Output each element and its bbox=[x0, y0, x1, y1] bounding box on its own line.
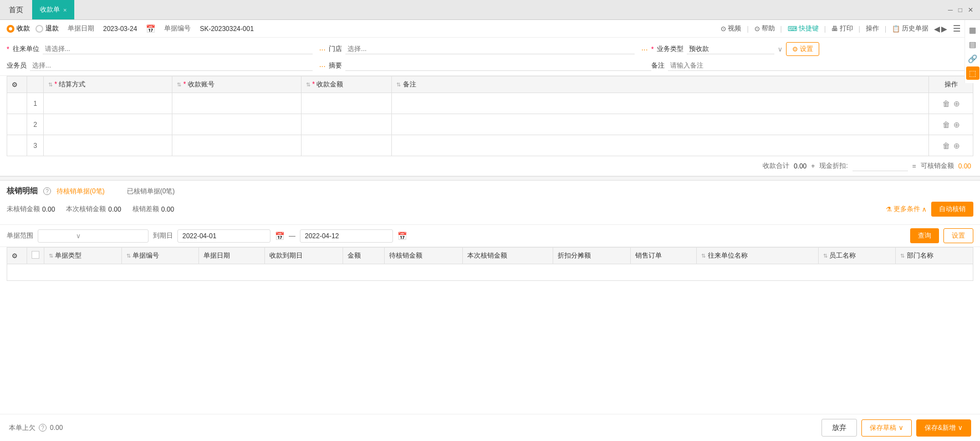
settings-label: 设置 bbox=[800, 44, 813, 54]
staff-more-btn[interactable]: ··· bbox=[316, 61, 329, 70]
delete-icon-1[interactable]: 🗑 bbox=[942, 99, 950, 108]
sidebar-icon-1[interactable]: ▦ bbox=[966, 23, 979, 37]
prev-arrow[interactable]: ◀ bbox=[934, 24, 940, 33]
shortcut-btn[interactable]: ⌨ 快捷键 bbox=[788, 24, 819, 33]
operation-btn[interactable]: 操作 bbox=[866, 24, 879, 33]
row-gear-1 bbox=[7, 93, 27, 114]
tab-active[interactable]: 收款单 × bbox=[32, 0, 74, 19]
partner-label: 往来单位 bbox=[13, 44, 39, 54]
bottom-col-settings[interactable]: ⚙ bbox=[7, 248, 27, 264]
save-new-btn[interactable]: 保存&新增 ∨ bbox=[916, 419, 971, 437]
completed-tab-link[interactable]: 已核销单据(0笔) bbox=[127, 187, 175, 196]
note-input[interactable] bbox=[668, 60, 973, 71]
print-btn[interactable]: 🖶 打印 bbox=[831, 24, 853, 33]
range-select[interactable]: ∨ bbox=[38, 229, 149, 243]
save-draft-btn[interactable]: 保存草稿 ∨ bbox=[861, 419, 912, 437]
sort-icon-4: ⇅ bbox=[396, 81, 401, 88]
bottom-col-sales-order: 销售订单 bbox=[631, 248, 697, 264]
window-controls: ─ □ ✕ bbox=[948, 6, 980, 14]
bottom-col-dept: ⇅ 部门名称 bbox=[896, 248, 973, 264]
settings-icon: ⚙ bbox=[792, 45, 798, 53]
shortcut-label: 快捷键 bbox=[799, 24, 819, 33]
sidebar-icon-4[interactable]: ⬚ bbox=[966, 66, 979, 80]
business-type-input[interactable] bbox=[687, 44, 774, 54]
copy-icon-2[interactable]: ⊕ bbox=[953, 120, 960, 129]
col-row-num bbox=[27, 76, 44, 93]
toolbar-right: ⊙ 视频 | ⊙ 帮助 | ⌨ 快捷键 | 🖶 打印 | 操作 | bbox=[721, 23, 973, 34]
bottom-table: ⚙ ⇅ 单据类型 ⇅ 单据编号 单据日期 收款到期日 金额 待核销 bbox=[7, 247, 973, 281]
business-type-arrow[interactable]: ∨ bbox=[778, 45, 783, 53]
row-num-3: 3 bbox=[27, 135, 44, 156]
calendar-from-icon[interactable]: 📅 bbox=[275, 232, 284, 240]
history-icon: 📋 bbox=[892, 25, 900, 33]
business-type-settings-btn[interactable]: ⚙ 设置 bbox=[786, 42, 819, 56]
nav-arrows: ◀ ▶ bbox=[934, 24, 947, 33]
range-settings-btn[interactable]: 设置 bbox=[943, 228, 973, 243]
abandon-btn[interactable]: 放弃 bbox=[821, 419, 857, 437]
more-conditions-btn[interactable]: ⚗ 更多条件 ∧ bbox=[886, 204, 927, 214]
table-header-row: ⚙ ⇅ * 结算方式 ⇅ * 收款账号 ⇅ * 收款 bbox=[7, 76, 973, 93]
query-btn[interactable]: 查询 bbox=[910, 228, 939, 243]
copy-icon-1[interactable]: ⊕ bbox=[953, 99, 960, 108]
radio-refund[interactable]: 退款 bbox=[35, 24, 59, 33]
video-btn[interactable]: ⊙ 视频 bbox=[721, 24, 741, 33]
calendar-to-icon[interactable]: 📅 bbox=[397, 232, 407, 240]
minimize-icon[interactable]: ─ bbox=[948, 6, 953, 14]
row-account-1[interactable] bbox=[172, 93, 301, 114]
partner-input[interactable] bbox=[43, 44, 313, 54]
tab-home[interactable]: 首页 bbox=[0, 0, 32, 19]
info-icon-footer[interactable]: ? bbox=[39, 424, 47, 432]
note-label: 备注 bbox=[651, 61, 665, 70]
info-icon[interactable]: ? bbox=[43, 187, 51, 195]
select-all-checkbox[interactable] bbox=[32, 251, 39, 259]
row-payment-3[interactable] bbox=[44, 135, 172, 156]
row-amount-3[interactable] bbox=[301, 135, 391, 156]
row-amount-1[interactable] bbox=[301, 93, 391, 114]
row-account-2[interactable] bbox=[172, 114, 301, 135]
row-note-3[interactable] bbox=[392, 135, 929, 156]
sidebar-icon-2[interactable]: ▤ bbox=[966, 38, 979, 51]
row-num-1: 1 bbox=[27, 93, 44, 114]
pending-tab-link[interactable]: 待核销单据(0笔) bbox=[57, 187, 105, 196]
date-from-input[interactable] bbox=[177, 229, 270, 243]
date-separator: — bbox=[289, 232, 295, 240]
auto-verify-btn[interactable]: 自动核销 bbox=[931, 202, 973, 217]
shortcut-icon: ⌨ bbox=[788, 25, 797, 33]
more-conditions-label: 更多条件 bbox=[894, 204, 920, 214]
print-icon: 🖶 bbox=[831, 25, 838, 33]
sidebar-icon-3[interactable]: 🔗 bbox=[966, 52, 979, 65]
diff-stat: 核销差额 0.00 bbox=[132, 204, 174, 214]
maximize-icon[interactable]: □ bbox=[958, 6, 962, 14]
row-payment-2[interactable] bbox=[44, 114, 172, 135]
date-to-input[interactable] bbox=[300, 229, 393, 243]
next-arrow[interactable]: ▶ bbox=[941, 24, 947, 33]
list-view-icon[interactable]: ☰ bbox=[953, 23, 961, 34]
row-payment-1[interactable] bbox=[44, 93, 172, 114]
store-input[interactable] bbox=[345, 44, 635, 54]
history-btn[interactable]: 📋 历史单据 bbox=[892, 24, 928, 33]
row-account-3[interactable] bbox=[172, 135, 301, 156]
unchecked-value: 0.00 bbox=[42, 206, 55, 213]
partner-more-btn[interactable]: ··· bbox=[316, 45, 329, 54]
row-note-1[interactable] bbox=[392, 93, 929, 114]
help-btn[interactable]: ⊙ 帮助 bbox=[754, 24, 775, 33]
col-amount: ⇅ * 收款金额 bbox=[301, 76, 391, 93]
copy-icon-3[interactable]: ⊕ bbox=[953, 141, 960, 150]
discount-input[interactable] bbox=[853, 161, 908, 171]
row-amount-2[interactable] bbox=[301, 114, 391, 135]
col-settings[interactable]: ⚙ bbox=[7, 76, 27, 93]
store-more-btn[interactable]: ··· bbox=[638, 45, 651, 54]
row-note-2[interactable] bbox=[392, 114, 929, 135]
delete-icon-3[interactable]: 🗑 bbox=[942, 141, 950, 150]
divider2: | bbox=[780, 25, 782, 33]
summary-input[interactable] bbox=[345, 60, 651, 71]
tab-close-icon[interactable]: × bbox=[63, 7, 67, 13]
close-icon[interactable]: ✕ bbox=[968, 6, 973, 14]
bottom-col-amount: 金额 bbox=[343, 248, 384, 264]
radio-receive[interactable]: 收款 bbox=[7, 24, 30, 33]
bill-date-label: 单据日期 bbox=[68, 24, 94, 33]
required-star-2: * bbox=[651, 45, 654, 53]
calendar-icon[interactable]: 📅 bbox=[146, 24, 155, 33]
delete-icon-2[interactable]: 🗑 bbox=[942, 120, 950, 129]
staff-input[interactable] bbox=[30, 60, 313, 71]
